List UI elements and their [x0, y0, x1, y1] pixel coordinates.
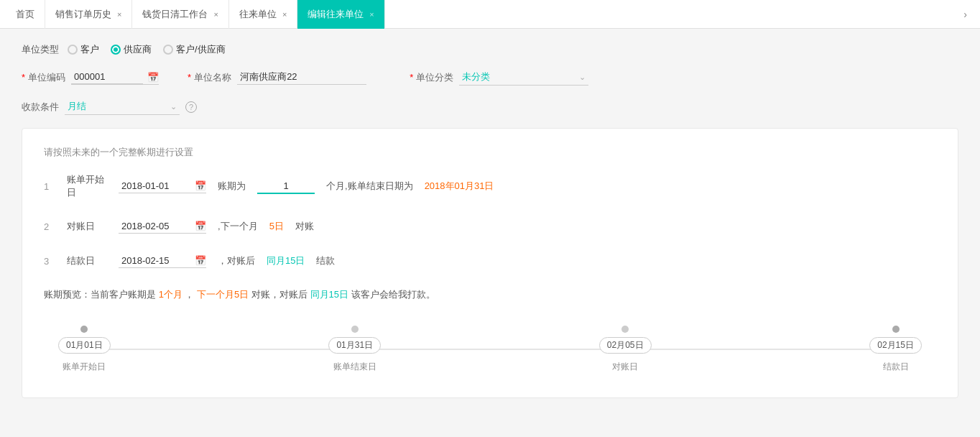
tabs-bar: 首页 销售订单历史 × 钱货日清工作台 × 往来单位 × 编辑往来单位 × › — [0, 0, 980, 29]
preview-part3: 同月15日 — [310, 289, 348, 300]
period-label: 账期为 — [218, 180, 246, 193]
tab-partner[interactable]: 往来单位 × — [229, 0, 297, 29]
unit-type-label: 单位类型 — [22, 43, 59, 56]
timeline-node-payment: 02月15日 结款日 — [869, 326, 922, 373]
node-caption-start: 账单开始日 — [63, 361, 106, 373]
payment-date-input[interactable] — [119, 254, 190, 267]
end-date-highlight: 2018年01月31日 — [425, 180, 494, 193]
radio-supplier[interactable]: 供应商 — [111, 43, 152, 56]
node-label-start: 01月01日 — [58, 337, 111, 354]
tabs-more-button[interactable]: › — [956, 9, 974, 20]
preview-mid: 对账，对账后 — [251, 289, 308, 300]
payment-condition-row: 收款条件 月结 ⌄ ? — [22, 98, 958, 115]
unit-code-field: * 单位编码 📅 — [22, 70, 159, 85]
preview-part1: 1个月 — [159, 289, 182, 300]
start-date-input[interactable] — [119, 179, 190, 193]
node-label-reconcile: 02月05日 — [599, 337, 652, 354]
payment-condition-label: 收款条件 — [22, 101, 59, 114]
payment-condition-field: 收款条件 月结 ⌄ ? — [22, 98, 197, 115]
tab-cash-work[interactable]: 钱货日清工作台 × — [132, 0, 228, 29]
unit-type-radio-group: 客户 供应商 客户/供应商 — [68, 43, 226, 56]
payment-date-calendar-icon[interactable]: 📅 — [195, 255, 206, 266]
start-date-input-wrapper: 📅 — [119, 179, 206, 193]
unit-category-arrow: ⌄ — [579, 73, 586, 82]
period-input[interactable] — [257, 179, 315, 194]
payment-prefix: ，对账后 — [218, 254, 255, 267]
unit-info-row: * 单位编码 📅 * 单位名称 * 单位分类 未分类 ⌄ — [22, 69, 958, 86]
reconcile-highlight: 5日 — [269, 220, 284, 233]
row-type-3: 结款日 — [67, 254, 110, 267]
start-date-calendar-icon[interactable]: 📅 — [195, 180, 206, 191]
row-num-3: 3 — [44, 256, 58, 267]
preview-part2: 下一个月5日 — [197, 289, 249, 300]
unit-type-row: 单位类型 客户 供应商 客户/供应商 — [22, 43, 958, 56]
tab-home[interactable]: 首页 — [6, 0, 45, 29]
preview-prefix: 账期预览：当前客户账期是 — [44, 289, 156, 300]
timeline: 01月01日 账单开始日 01月31日 账单结束日 02月05日 对账日 02月… — [44, 318, 936, 380]
page-content: 单位类型 客户 供应商 客户/供应商 * 单位编码 — [0, 29, 980, 413]
reconcile-date-input-wrapper: 📅 — [119, 219, 206, 234]
unit-name-label: 单位名称 — [194, 71, 231, 84]
unit-type-field: 单位类型 客户 供应商 客户/供应商 — [22, 43, 226, 56]
payment-condition-select[interactable]: 月结 ⌄ — [65, 98, 180, 115]
payment-suffix: 结款 — [316, 254, 335, 267]
node-dot-reconcile — [621, 326, 629, 333]
node-dot-end — [351, 326, 359, 333]
tab-edit-partner-close[interactable]: × — [369, 10, 374, 19]
preview-suffix: 该客户会给我打款。 — [351, 289, 435, 300]
setting-row-3: 3 结款日 📅 ，对账后同月15日结款 — [44, 254, 936, 268]
row-num-1: 1 — [44, 181, 58, 192]
payment-help-icon[interactable]: ? — [185, 101, 197, 113]
setting-row-1: 1 账单开始日 📅 账期为 个月,账单结束日期为 2018年01月31日 — [44, 173, 936, 199]
radio-customer[interactable]: 客户 — [68, 43, 99, 56]
unit-category-required: * — [410, 72, 413, 83]
radio-customer-circle — [68, 45, 78, 55]
node-caption-end: 账单结束日 — [333, 361, 376, 373]
settings-panel: 请按照未来的一个完整帐期进行设置 1 账单开始日 📅 账期为 个月,账单结束日期… — [22, 128, 958, 398]
tab-partner-close[interactable]: × — [282, 10, 287, 19]
unit-code-label: 单位编码 — [28, 71, 65, 84]
reconcile-date-input[interactable] — [119, 219, 190, 233]
setting-row-2: 2 对账日 📅 ,下一个月5日对账 — [44, 219, 936, 234]
payment-highlight: 同月15日 — [267, 254, 305, 267]
payment-condition-value: 月结 — [68, 100, 167, 113]
unit-code-calendar-icon[interactable]: 📅 — [147, 72, 159, 83]
unit-code-required: * — [22, 72, 25, 83]
timeline-node-start: 01月01日 账单开始日 — [58, 326, 111, 373]
reconcile-suffix: 对账 — [295, 220, 314, 233]
timeline-node-reconcile: 02月05日 对账日 — [599, 326, 652, 373]
tab-edit-partner[interactable]: 编辑往来单位 × — [297, 0, 384, 29]
timeline-nodes: 01月01日 账单开始日 01月31日 账单结束日 02月05日 对账日 02月… — [58, 326, 922, 373]
radio-both-circle — [163, 45, 173, 55]
panel-hint: 请按照未来的一个完整帐期进行设置 — [44, 146, 936, 159]
unit-name-field: * 单位名称 — [188, 70, 366, 85]
row-type-2: 对账日 — [67, 220, 110, 233]
reconcile-date-calendar-icon[interactable]: 📅 — [195, 221, 206, 231]
unit-code-input-wrapper: 📅 — [71, 70, 159, 85]
unit-category-label: 单位分类 — [416, 71, 453, 84]
node-label-end: 01月31日 — [328, 337, 381, 354]
preview-comma1: ， — [185, 289, 194, 300]
radio-both[interactable]: 客户/供应商 — [163, 43, 226, 56]
node-label-payment: 02月15日 — [869, 337, 922, 354]
row-type-1: 账单开始日 — [67, 173, 110, 199]
tab-cash-work-close[interactable]: × — [213, 10, 218, 19]
payment-date-input-wrapper: 📅 — [119, 254, 206, 268]
timeline-node-end: 01月31日 账单结束日 — [328, 326, 381, 373]
payment-condition-dropdown-arrow: ⌄ — [170, 102, 177, 111]
tab-sales-history-close[interactable]: × — [117, 10, 121, 19]
row-num-2: 2 — [44, 221, 58, 232]
node-dot-payment — [892, 326, 900, 333]
unit-category-field: * 单位分类 未分类 ⌄ — [410, 69, 588, 86]
radio-supplier-circle — [111, 45, 121, 55]
unit-category-value: 未分类 — [462, 70, 576, 83]
node-caption-reconcile: 对账日 — [612, 361, 638, 373]
unit-category-select[interactable]: 未分类 ⌄ — [459, 69, 588, 86]
preview-text: 账期预览：当前客户账期是 1个月 ， 下一个月5日 对账，对账后 同月15日 该… — [44, 288, 936, 301]
node-dot-start — [80, 326, 88, 333]
unit-name-required: * — [188, 72, 191, 83]
unit-name-input[interactable] — [237, 70, 366, 85]
unit-code-input[interactable] — [71, 70, 143, 84]
node-caption-payment: 结款日 — [883, 361, 909, 373]
tab-sales-history[interactable]: 销售订单历史 × — [45, 0, 132, 29]
